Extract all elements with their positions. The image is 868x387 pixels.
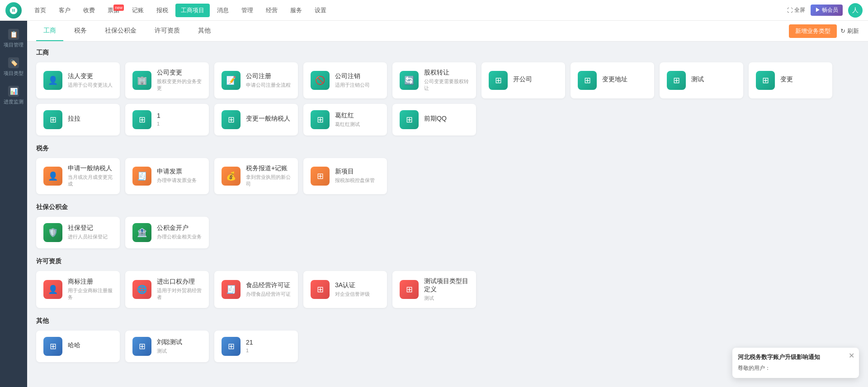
card-info-0-8: 变更 [780, 75, 825, 85]
card-title-1-1: 申请发票 [157, 168, 202, 176]
card-1-3[interactable]: ⊞新项目报税加税控盘保管 [303, 158, 387, 194]
card-info-0-1: 公司变更股权变更外的业务变更 [157, 69, 202, 92]
card-4-2[interactable]: ⊞211 [214, 331, 298, 362]
card-info-2-0: 社保登记进行人员社保登记 [68, 224, 113, 240]
nav-item-管理[interactable]: 管理 [236, 4, 259, 17]
card-desc-1-1: 办理申请发票业务 [157, 177, 202, 184]
card-0-0[interactable]: 👤法人变更适用于公司变更法人 [36, 62, 120, 98]
card-1-1[interactable]: 🧾申请发票办理申请发票业务 [125, 158, 209, 194]
card-0-6[interactable]: ⊞变更地址 [571, 62, 654, 98]
section-社保公积金: 社保公积金🛡️社保登记进行人员社保登记🏦公积金开户办理公积金相关业务 [36, 203, 859, 248]
refresh-button[interactable]: ↻ 刷新 [840, 27, 859, 35]
card-0-11[interactable]: ⊞变更一般纳税人 [214, 104, 298, 135]
card-title-0-11: 变更一般纳税人 [246, 115, 291, 123]
card-desc-3-4: 测试 [424, 295, 469, 302]
card-info-0-10: 11 [157, 112, 202, 127]
section-title-4: 其他 [36, 317, 859, 325]
card-3-1[interactable]: 🌐进出口权办理适用于对外贸易经营者 [125, 271, 209, 308]
card-info-0-0: 法人变更适用于公司变更法人 [68, 72, 113, 89]
card-1-2[interactable]: 💰税务报道+记账拿到营业执照的新公司 [214, 158, 298, 194]
sidebar-item-1[interactable]: 🏷️ 项目类型 [4, 53, 24, 81]
section-工商: 工商👤法人变更适用于公司变更法人🏢公司变更股权变更外的业务变更📝公司注册申请公司… [36, 49, 859, 135]
sidebar-item-0[interactable]: 📋 项目管理 [4, 24, 24, 53]
nav-item-经营[interactable]: 经营 [260, 4, 283, 17]
card-icon-0-2: 📝 [222, 71, 241, 90]
sub-tab-税务[interactable]: 税务 [67, 21, 94, 41]
nav-item-设置[interactable]: 设置 [309, 4, 332, 17]
card-0-2[interactable]: 📝公司注册申请公司注册全流程 [214, 62, 298, 98]
nav-item-客户[interactable]: 客户 [53, 4, 76, 17]
card-info-0-12: 葛红红葛红红测试 [335, 112, 380, 128]
main-wrapper: 工商税务社保公积金许可资质其他 新增业务类型 ↻ 刷新 工商👤法人变更适用于公司… [27, 21, 868, 387]
card-3-0[interactable]: 👤商标注册用于企业商标注册服务 [36, 271, 120, 308]
card-1-0[interactable]: 👤申请一般纳税人当月或次月成变更完成 [36, 158, 120, 194]
card-2-0[interactable]: 🛡️社保登记进行人员社保登记 [36, 217, 120, 248]
card-title-0-10: 1 [157, 112, 202, 119]
user-avatar[interactable]: 人 [848, 3, 863, 18]
card-title-0-9: 拉拉 [68, 115, 113, 123]
sub-tab-工商[interactable]: 工商 [36, 21, 63, 41]
card-0-13[interactable]: ⊞前期QQ [392, 104, 476, 135]
card-title-0-8: 变更 [780, 75, 825, 84]
nav-item-工商项目[interactable]: 工商项目 [175, 4, 210, 17]
cards-grid-0: 👤法人变更适用于公司变更法人🏢公司变更股权变更外的业务变更📝公司注册申请公司注册… [36, 62, 859, 135]
card-3-3[interactable]: ⊞3A认证对企业信誉评级 [303, 271, 387, 308]
vip-button[interactable]: ▶ 畅会员 [811, 5, 843, 16]
card-0-3[interactable]: 🚫公司注销适用于注销公司 [303, 62, 387, 98]
nav-item-消息[interactable]: 消息 [212, 4, 234, 17]
card-title-1-2: 税务报道+记账 [246, 164, 291, 173]
card-icon-0-4: 🔄 [400, 71, 419, 90]
card-2-1[interactable]: 🏦公积金开户办理公积金相关业务 [125, 217, 209, 248]
card-4-0[interactable]: ⊞哈哈 [36, 331, 120, 362]
card-info-3-0: 商标注册用于企业商标注册服务 [68, 278, 113, 301]
card-0-7[interactable]: ⊞测试 [660, 62, 743, 98]
sub-tab-其他[interactable]: 其他 [191, 21, 218, 41]
nav-item-收费[interactable]: 收费 [78, 4, 100, 17]
sidebar-item-2[interactable]: 📊 进度监测 [4, 81, 24, 110]
card-0-4[interactable]: 🔄股权转让公司变更需要股权转让 [392, 62, 476, 98]
nav-item-票据[interactable]: 票据new [102, 4, 125, 17]
card-3-2[interactable]: 🧾食品经营许可证办理食品经营许可证 [214, 271, 298, 308]
card-title-0-6: 变更地址 [602, 75, 647, 84]
section-税务: 税务👤申请一般纳税人当月或次月成变更完成🧾申请发票办理申请发票业务💰税务报道+记… [36, 145, 859, 194]
card-0-10[interactable]: ⊞11 [125, 104, 209, 135]
nav-item-报税[interactable]: 报税 [151, 4, 174, 17]
card-icon-3-3: ⊞ [311, 280, 330, 299]
card-4-1[interactable]: ⊞刘聪测试测试 [125, 331, 209, 362]
card-title-3-1: 进出口权办理 [157, 278, 202, 286]
card-title-4-1: 刘聪测试 [157, 338, 202, 346]
new-business-type-button[interactable]: 新增业务类型 [789, 24, 837, 38]
card-icon-0-0: 👤 [43, 71, 62, 90]
section-title-2: 社保公积金 [36, 203, 859, 211]
vip-icon: ▶ [815, 7, 821, 13]
card-3-4[interactable]: ⊞测试项目类型目定义测试 [392, 271, 476, 308]
notification-close-button[interactable]: ✕ [849, 351, 854, 360]
nav-item-记账[interactable]: 记账 [127, 4, 149, 17]
sub-tab-许可资质[interactable]: 许可资质 [147, 21, 187, 41]
app-logo[interactable] [5, 2, 22, 19]
card-icon-1-3: ⊞ [311, 167, 330, 186]
card-title-0-4: 股权转让 [424, 69, 469, 77]
card-desc-0-0: 适用于公司变更法人 [68, 82, 113, 89]
card-0-12[interactable]: ⊞葛红红葛红红测试 [303, 104, 387, 135]
card-info-0-2: 公司注册申请公司注册全流程 [246, 72, 291, 89]
sidebar-icon-0: 📋 [8, 29, 19, 40]
card-0-1[interactable]: 🏢公司变更股权变更外的业务变更 [125, 62, 209, 98]
nav-badge-票据: new [113, 5, 124, 11]
card-icon-2-0: 🛡️ [43, 223, 62, 242]
fullscreen-button[interactable]: ⛶ 全屏 [787, 6, 805, 14]
card-0-8[interactable]: ⊞变更 [749, 62, 832, 98]
card-title-2-0: 社保登记 [68, 224, 113, 232]
card-info-1-3: 新项目报税加税控盘保管 [335, 168, 380, 184]
nav-item-首页[interactable]: 首页 [29, 4, 52, 17]
sub-tab-社保公积金[interactable]: 社保公积金 [98, 21, 144, 41]
card-0-5[interactable]: ⊞开公司 [481, 62, 565, 98]
card-0-9[interactable]: ⊞拉拉 [36, 104, 120, 135]
card-info-0-11: 变更一般纳税人 [246, 115, 291, 124]
card-icon-0-10: ⊞ [132, 110, 151, 129]
nav-item-服务[interactable]: 服务 [285, 4, 307, 17]
section-title-3: 许可资质 [36, 257, 859, 266]
avatar-text: 人 [852, 6, 859, 14]
card-icon-0-7: ⊞ [667, 71, 686, 90]
card-icon-0-11: ⊞ [222, 110, 241, 129]
